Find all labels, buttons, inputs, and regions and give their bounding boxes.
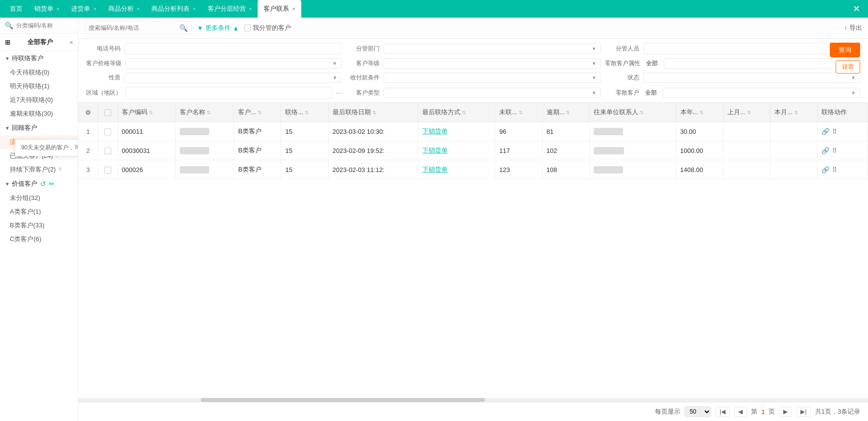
edit-icon[interactable]: ✏ (49, 180, 55, 188)
last-page-button[interactable]: ▶| (796, 407, 811, 417)
refresh-icon[interactable]: ↺ (40, 180, 46, 188)
sidebar-item-class-b[interactable]: B类客户(33) (0, 219, 78, 232)
last-date-col-header[interactable]: 最后联络日期 ⇅ (328, 103, 418, 122)
dept-select[interactable]: ▼ (384, 44, 601, 54)
row3-type: B类客户 (234, 160, 281, 179)
nav-product-analysis-close[interactable]: × (137, 6, 140, 12)
my-customers-checkbox-wrap[interactable]: 我分管的客户 (244, 24, 291, 32)
sidebar-item-declining[interactable]: 持续下滑客户(2) ? (0, 163, 78, 176)
sidebar-section-review[interactable]: ▼ 回顾客户 (0, 121, 78, 135)
contact-person-col-header[interactable]: 往来单位联系人 ⇅ (589, 103, 676, 122)
sidebar-item-class-a[interactable]: A类客户(1) (0, 205, 78, 219)
first-page-button[interactable]: |◀ (715, 407, 730, 417)
row2-code[interactable]: 00030031 (118, 141, 176, 160)
row2-last-date: 2023-02-09 19:52: (328, 141, 418, 160)
sidebar-item-7days[interactable]: 近7天待联络(0) (0, 93, 78, 107)
nav-purchase[interactable]: 进货单 × (65, 0, 102, 18)
nav-purchase-close[interactable]: × (93, 6, 96, 12)
churn-tooltip: 90天未交易的客户，可能有流失风险。 (15, 139, 78, 156)
next-page-button[interactable]: ▶ (779, 407, 792, 417)
nav-sales-close[interactable]: × (56, 6, 59, 12)
this-year-col-header[interactable]: 本年... ⇅ (676, 103, 723, 122)
last-month-col-header[interactable]: 上月... ⇅ (723, 103, 770, 122)
sidebar-section-pending[interactable]: ▼ 待联络客户 (0, 51, 78, 66)
price-level-select[interactable]: ▼ (125, 58, 341, 69)
last-method-sort-icon: ⇅ (462, 110, 466, 115)
row1-code[interactable]: 000011 (118, 122, 176, 141)
manager-input[interactable] (643, 43, 851, 54)
row1-last-method[interactable]: 下销货单 (418, 122, 495, 141)
name-col-header[interactable]: 客户名称 ⇅ (176, 103, 234, 122)
last-method-col-header[interactable]: 最后联络方式 ⇅ (418, 103, 495, 122)
collapse-icon[interactable]: « (70, 39, 73, 46)
row3-action-menu-icon[interactable]: ⠿ (832, 166, 837, 173)
code-col-header[interactable]: 客户编码 ⇅ (118, 103, 176, 122)
nav-customer-segment[interactable]: 客户分层经营 × (202, 0, 258, 18)
nav-product-analysis[interactable]: 商品分析 × (102, 0, 145, 18)
this-month-col-header[interactable]: 本月... ⇅ (771, 103, 818, 122)
table-header-row: ⚙ 客户编码 ⇅ 客户名称 ⇅ (78, 103, 868, 122)
nav-customer-contact[interactable]: 客户联系 × (258, 0, 301, 18)
nav-customer-segment-close[interactable]: × (249, 6, 252, 12)
status-select[interactable]: ▼ (643, 73, 860, 83)
customer-table: ⚙ 客户编码 ⇅ 客户名称 ⇅ (78, 103, 868, 179)
row2-action-menu-icon[interactable]: ⠿ (832, 147, 837, 154)
row1-action-link-icon[interactable]: 🔗 (821, 128, 829, 135)
search-button[interactable]: 🔍 (179, 24, 188, 32)
sidebar-item-today[interactable]: 今天待联络(0) (0, 66, 78, 79)
nav-home[interactable]: 首页 (4, 0, 28, 18)
type-col-header[interactable]: 客户... ⇅ (234, 103, 281, 122)
more-conditions-button[interactable]: ▼ 更多条件 ▲ (197, 24, 239, 32)
table-row: 1 000011 ██████ B类客户 15 2023-03-02 10:30… (78, 122, 868, 141)
horizontal-scrollbar[interactable] (78, 398, 868, 402)
nav-customer-contact-close[interactable]: × (292, 6, 295, 12)
row2-last-method[interactable]: 下销货单 (418, 141, 495, 160)
region-dots[interactable]: ··· (336, 89, 342, 97)
row1-action-menu-icon[interactable]: ⠿ (832, 128, 837, 135)
row3-last-method[interactable]: 下销货单 (418, 160, 495, 179)
select-all-checkbox[interactable] (104, 109, 111, 116)
search-input[interactable] (89, 25, 176, 31)
row2-select-checkbox[interactable] (104, 148, 111, 154)
export-button[interactable]: ↑ 导出 (844, 24, 863, 32)
customer-type-select[interactable]: ▼ (384, 88, 601, 98)
sidebar-item-tomorrow[interactable]: 明天待联络(1) (0, 79, 78, 93)
window-close-button[interactable]: ✕ (849, 3, 864, 14)
sidebar-item-overdue[interactable]: 逾期未联络(30) (0, 107, 78, 121)
row2-action-link-icon[interactable]: 🔗 (821, 147, 829, 154)
row3-code[interactable]: 000026 (118, 160, 176, 179)
settings-col-header[interactable]: ⚙ (78, 103, 98, 122)
nav-product-list[interactable]: 商品分析列表 × (145, 0, 201, 18)
nature-select[interactable]: ▼ (124, 73, 341, 83)
row3-action-link-icon[interactable]: 🔗 (821, 166, 829, 173)
retail-select[interactable]: ▼ (663, 88, 860, 98)
page-size-select[interactable]: 50 100 200 (684, 406, 711, 417)
prev-page-button[interactable]: ◀ (734, 407, 747, 417)
sidebar-section-value[interactable]: ▼ 价值客户 ↺ ✏ (0, 176, 78, 191)
payment-select[interactable]: ▼ (384, 73, 601, 83)
settings-button[interactable]: 设置 (836, 60, 860, 74)
row3-select-checkbox[interactable] (104, 167, 111, 173)
sidebar-search-area: 🔍 (0, 18, 78, 34)
row1-checkbox (98, 122, 118, 141)
scrollbar-thumb[interactable] (201, 398, 485, 402)
advanced-filter-panel: 电话号码 分管部门 ▼ 分管人员 ··· 客户价格等级 ▼ (78, 39, 868, 103)
sidebar-all-customers[interactable]: ⊞ 全部客户 « (0, 34, 78, 51)
customer-level-select[interactable]: ▼ (384, 58, 601, 69)
sidebar-search-input[interactable] (16, 22, 78, 29)
sidebar-item-class-c[interactable]: C类客户(6) (0, 232, 78, 246)
column-settings-icon[interactable]: ⚙ (85, 109, 91, 116)
region-input[interactable] (125, 87, 332, 99)
nav-sales[interactable]: 销货单 × (28, 0, 65, 18)
contact-col-header[interactable]: 联络... ⇅ (281, 103, 328, 122)
phone-input[interactable] (124, 43, 341, 54)
row2-action: 🔗 ⠿ (818, 141, 868, 160)
my-customers-checkbox[interactable] (244, 25, 251, 31)
overdue-col-header[interactable]: 逾期... ⇅ (542, 103, 589, 122)
sidebar-item-ungrouped[interactable]: 未分组(32) (0, 191, 78, 205)
scattered-attr-select[interactable]: ▼ (664, 58, 860, 69)
nav-product-list-close[interactable]: × (193, 6, 195, 12)
row1-select-checkbox[interactable] (104, 128, 111, 135)
not-contacted-col-header[interactable]: 未联... ⇅ (495, 103, 542, 122)
query-button[interactable]: 查询 (830, 43, 860, 57)
